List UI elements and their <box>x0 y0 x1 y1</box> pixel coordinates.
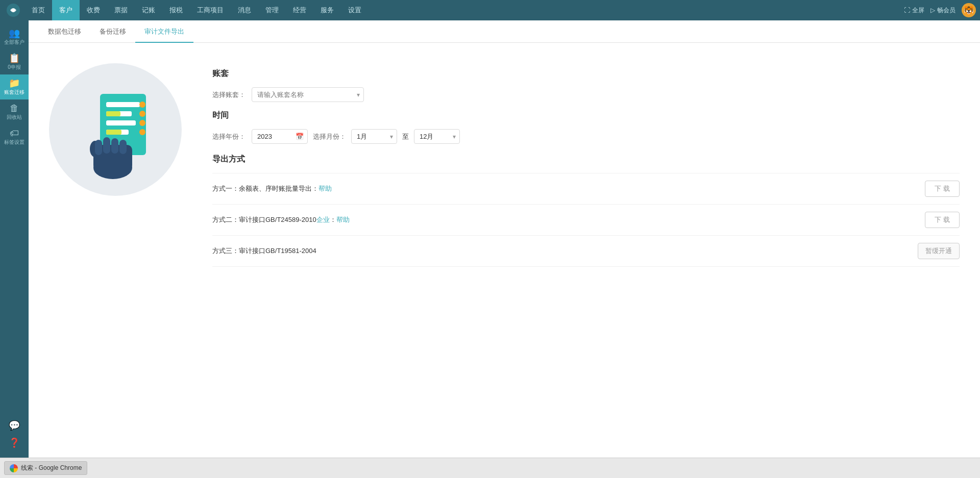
illustration-svg <box>64 73 166 186</box>
app-logo[interactable] <box>4 1 22 19</box>
sidebar: 👥 全部客户 📋 0申报 📁 账套迁移 🗑 回收站 🏷 标签设置 💬 ❓ <box>0 20 29 458</box>
nav-fee[interactable]: 收费 <box>80 0 107 20</box>
time-form-row: 选择年份： 📅 选择月份： 1月2月3月4月 5月6月7月8月 9月10月11月… <box>212 129 960 144</box>
coming-soon-button-3: 暂缓开通 <box>918 243 960 259</box>
illustration-circle <box>49 63 182 196</box>
recycle-icon: 🗑 <box>10 104 19 113</box>
svg-rect-3 <box>106 102 140 107</box>
nav-right-area: ⛶ 全屏 ▷ 畅会员 🐯 <box>904 3 976 17</box>
nav-customer[interactable]: 客户 <box>52 0 80 20</box>
tab-audit-export[interactable]: 审计文件导出 <box>135 21 193 43</box>
taskbar-item-label: 线索 - Google Chrome <box>21 464 82 472</box>
sidebar-label-tag-settings: 标签设置 <box>4 139 24 145</box>
account-select-wrapper: ▾ <box>252 87 364 102</box>
export-method-3-text: 方式三：审计接口GB/T19581-2004 <box>212 246 316 256</box>
svg-point-1 <box>12 9 15 12</box>
export-method-2-text: 方式二：审计接口GB/T24589-2010企业：帮助 <box>212 215 350 224</box>
nav-service[interactable]: 服务 <box>313 0 341 20</box>
svg-point-9 <box>139 120 145 126</box>
nav-operation[interactable]: 经营 <box>286 0 313 20</box>
content-area: 数据包迁移 备份迁移 审计文件导出 <box>29 20 980 458</box>
sidebar-item-zero-declaration[interactable]: 📋 0申报 <box>0 49 29 74</box>
export-row-3: 方式三：审计接口GB/T19581-2004 暂缓开通 <box>212 236 960 267</box>
top-navigation: 首页 客户 收费 票据 记账 报税 工商项目 消息 管理 经营 服务 设置 ⛶ … <box>0 0 980 20</box>
sidebar-label-zero-declaration: 0申报 <box>8 64 21 70</box>
nav-business[interactable]: 工商项目 <box>190 0 231 20</box>
nav-message[interactable]: 消息 <box>231 0 258 20</box>
sidebar-item-help[interactable]: ❓ <box>0 434 29 451</box>
sidebar-label-all-customers: 全部客户 <box>4 39 24 45</box>
sidebar-item-all-customers[interactable]: 👥 全部客户 <box>0 24 29 49</box>
account-section-title: 账套 <box>212 68 960 79</box>
account-form-row: 选择账套： ▾ <box>212 87 960 102</box>
avatar[interactable]: 🐯 <box>962 3 976 17</box>
svg-rect-16 <box>95 140 102 155</box>
taskbar: 线索 - Google Chrome <box>0 458 980 478</box>
nav-invoice[interactable]: 票据 <box>107 0 135 20</box>
declaration-icon: 📋 <box>9 54 20 63</box>
company-link-2[interactable]: 企业 <box>316 216 330 223</box>
svg-rect-5 <box>106 120 136 125</box>
svg-point-8 <box>139 111 145 117</box>
tab-backup-migration[interactable]: 备份迁移 <box>90 21 135 43</box>
help-link-2[interactable]: 帮助 <box>336 216 350 223</box>
export-section: 方式一：余额表、序时账批量导出：帮助 下 载 方式二：审计接口GB/T24589… <box>212 173 960 267</box>
nav-tax[interactable]: 报税 <box>162 0 190 20</box>
svg-rect-12 <box>106 130 121 135</box>
month-end-wrapper: 1月2月3月4月 5月6月7月8月 9月10月11月 12月 ▾ <box>414 129 460 144</box>
illustration-area <box>49 63 182 196</box>
sidebar-item-account-migration[interactable]: 📁 账套迁移 <box>0 74 29 99</box>
customers-icon: 👥 <box>9 29 20 38</box>
sidebar-label-recycle: 回收站 <box>7 114 22 120</box>
nav-bookkeeping[interactable]: 记账 <box>135 0 162 20</box>
tab-bar: 数据包迁移 备份迁移 审计文件导出 <box>29 20 980 43</box>
sidebar-item-messages[interactable]: 💬 <box>0 417 29 434</box>
sidebar-item-recycle[interactable]: 🗑 回收站 <box>0 99 29 124</box>
month-start-wrapper: 1月2月3月4月 5月6月7月8月 9月10月11月12月 ▾ <box>351 129 397 144</box>
svg-point-10 <box>139 129 145 135</box>
export-row-2: 方式二：审计接口GB/T24589-2010企业：帮助 下 载 <box>212 205 960 236</box>
nav-home[interactable]: 首页 <box>24 0 52 20</box>
sidebar-label-account-migration: 账套迁移 <box>4 89 24 95</box>
time-section-title: 时间 <box>212 110 960 121</box>
account-input[interactable] <box>252 87 364 102</box>
migration-icon: 📁 <box>9 79 20 88</box>
membership-button[interactable]: ▷ 畅会员 <box>930 6 955 15</box>
month-start-select[interactable]: 1月2月3月4月 5月6月7月8月 9月10月11月12月 <box>351 129 397 144</box>
membership-icon: ▷ <box>930 7 935 14</box>
export-row-1: 方式一：余额表、序时账批量导出：帮助 下 载 <box>212 173 960 205</box>
svg-rect-11 <box>106 111 120 116</box>
download-button-1[interactable]: 下 载 <box>925 181 960 197</box>
fullscreen-icon: ⛶ <box>904 7 910 14</box>
svg-rect-18 <box>111 138 118 154</box>
year-input-wrapper: 📅 <box>252 129 308 144</box>
month-label: 选择月份： <box>313 132 346 141</box>
tab-data-migration[interactable]: 数据包迁移 <box>39 21 90 43</box>
account-label: 选择账套： <box>212 90 246 99</box>
message-icon: 💬 <box>9 421 20 430</box>
nav-items: 首页 客户 收费 票据 记账 报税 工商项目 消息 管理 经营 服务 设置 <box>24 0 904 20</box>
help-link-1[interactable]: 帮助 <box>318 185 332 192</box>
year-label: 选择年份： <box>212 132 246 141</box>
help-icon: ❓ <box>9 438 20 447</box>
time-separator: 至 <box>402 132 409 141</box>
tag-icon: 🏷 <box>10 129 19 138</box>
svg-rect-17 <box>103 137 110 154</box>
export-section-title: 导出方式 <box>212 154 960 165</box>
export-method-1-text: 方式一：余额表、序时账批量导出：帮助 <box>212 184 332 193</box>
month-end-select[interactable]: 1月2月3月4月 5月6月7月8月 9月10月11月 12月 <box>414 129 460 144</box>
svg-point-7 <box>139 102 145 108</box>
fullscreen-button[interactable]: ⛶ 全屏 <box>904 6 924 15</box>
svg-rect-19 <box>119 140 127 154</box>
nav-management[interactable]: 管理 <box>258 0 286 20</box>
download-button-2[interactable]: 下 载 <box>925 212 960 228</box>
taskbar-chrome-item[interactable]: 线索 - Google Chrome <box>4 461 87 475</box>
main-layout: 👥 全部客户 📋 0申报 📁 账套迁移 🗑 回收站 🏷 标签设置 💬 ❓ <box>0 20 980 458</box>
sidebar-item-tag-settings[interactable]: 🏷 标签设置 <box>0 124 29 149</box>
year-input[interactable] <box>252 129 308 144</box>
page-content: 账套 选择账套： ▾ 时间 选择年份： 📅 <box>29 43 980 458</box>
time-row: 📅 选择月份： 1月2月3月4月 5月6月7月8月 9月10月11月12月 ▾ … <box>252 129 460 144</box>
nav-settings[interactable]: 设置 <box>341 0 369 20</box>
sidebar-bottom: 💬 ❓ <box>0 417 29 458</box>
chrome-icon <box>10 464 18 472</box>
